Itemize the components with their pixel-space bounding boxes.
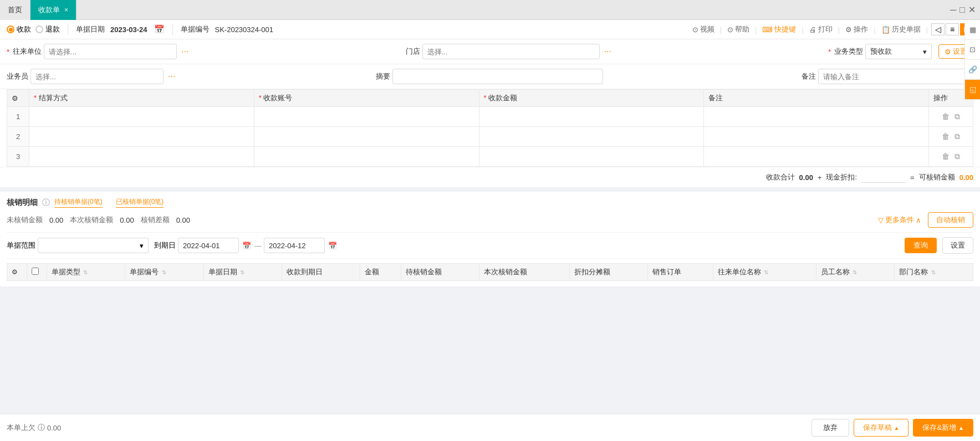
- row-1-settlement-input[interactable]: [29, 107, 254, 126]
- row-1-account-input[interactable]: [254, 107, 479, 126]
- table-gear-header[interactable]: ⚙: [7, 90, 29, 107]
- col-settlement: * 结算方式: [29, 90, 254, 107]
- radio-refund[interactable]: 退款: [35, 24, 60, 34]
- verify-tab-done[interactable]: 已核销单据(0笔): [116, 197, 164, 208]
- row-3-amount[interactable]: [479, 147, 704, 167]
- plus-symbol: +: [818, 173, 822, 182]
- sort-employee-icon[interactable]: ⇅: [853, 269, 857, 275]
- row-1-amount-input[interactable]: [479, 107, 704, 126]
- row-3-copy-icon[interactable]: ⧉: [955, 152, 960, 161]
- row-2-account-input[interactable]: [254, 127, 479, 146]
- row-2-remark[interactable]: [704, 127, 929, 147]
- row-3-account[interactable]: [254, 147, 479, 167]
- calendar-from-icon[interactable]: 📅: [242, 242, 251, 250]
- summary-input[interactable]: [392, 69, 603, 84]
- row-2-settlement-input[interactable]: [29, 127, 254, 146]
- tab-close-icon[interactable]: ×: [64, 6, 68, 14]
- right-panel-btn-4[interactable]: ◱: [965, 80, 981, 100]
- row-3-remark-input[interactable]: [704, 147, 928, 166]
- verify-settings-btn[interactable]: 设置: [942, 237, 973, 254]
- business-type-select[interactable]: 预收款 ▾: [865, 44, 932, 59]
- query-btn[interactable]: 查询: [905, 238, 937, 253]
- salesman-input[interactable]: [30, 69, 164, 84]
- tab-home[interactable]: 首页: [0, 0, 30, 20]
- equals-symbol: =: [910, 173, 915, 182]
- due-date-label: 到期日: [154, 240, 176, 250]
- salesman-more-btn[interactable]: ···: [166, 71, 177, 81]
- date-calendar-icon[interactable]: 📅: [154, 24, 165, 34]
- more-conditions-btn[interactable]: ▽ 更多条件 ∧: [878, 215, 921, 225]
- row-1-remark[interactable]: [704, 107, 929, 127]
- row-1-delete-icon[interactable]: 🗑: [942, 112, 950, 121]
- save-new-btn[interactable]: 保存&新增 ▲: [913, 419, 973, 437]
- bottom-gear-col[interactable]: ⚙: [7, 264, 27, 281]
- sort-number-icon[interactable]: ⇅: [162, 269, 166, 275]
- window-close-icon[interactable]: ✕: [968, 4, 976, 15]
- row-1-remark-input[interactable]: [704, 107, 928, 126]
- shortcut-btn[interactable]: ⌨ 快捷键: [760, 23, 798, 35]
- window-maximize-icon[interactable]: □: [959, 5, 965, 15]
- row-2-copy-icon[interactable]: ⧉: [955, 132, 960, 141]
- store-more-btn[interactable]: ···: [602, 47, 614, 57]
- due-date-to-input[interactable]: [264, 238, 325, 253]
- sort-counterpart-icon[interactable]: ⇅: [764, 269, 768, 275]
- counterpart-input[interactable]: [44, 44, 177, 59]
- row-3-amount-input[interactable]: [479, 147, 704, 166]
- right-panel-btn-3[interactable]: 🔗: [965, 60, 981, 80]
- row-3-delete-icon[interactable]: 🗑: [942, 152, 950, 161]
- row-1-copy-icon[interactable]: ⧉: [955, 112, 960, 121]
- help-btn[interactable]: ⊙ 帮助: [725, 23, 752, 35]
- remark-input[interactable]: [818, 69, 973, 84]
- tab-bar: 首页 收款单 × ─ □ ✕: [0, 0, 980, 20]
- view-list-btn[interactable]: ◁: [931, 23, 945, 35]
- sort-date-icon[interactable]: ⇅: [240, 269, 244, 275]
- tab-receipt[interactable]: 收款单 ×: [30, 0, 76, 20]
- due-date-from-input[interactable]: [178, 238, 239, 253]
- business-type-value: 预收款: [870, 47, 892, 57]
- print-btn[interactable]: 🖨 打印: [807, 23, 835, 35]
- history-btn[interactable]: 📋 历史单据: [879, 23, 923, 35]
- bottom-check-col[interactable]: [27, 264, 47, 281]
- verify-tab-pending[interactable]: 待核销单据(0笔): [54, 197, 103, 208]
- view-grid-btn[interactable]: ≡: [946, 23, 959, 35]
- row-2-remark-input[interactable]: [704, 127, 928, 146]
- footer-info-help-icon[interactable]: ⓘ: [38, 423, 45, 433]
- col-dept: 部门名称 ⇅: [895, 264, 973, 281]
- row-2-settlement[interactable]: [29, 127, 254, 147]
- abandon-btn[interactable]: 放弃: [811, 419, 849, 437]
- right-panel-btn-2[interactable]: ⊡: [965, 40, 981, 60]
- footer-bar: 本单上欠 ⓘ 0.00 放弃 保存草稿 ▲ 保存&新增 ▲: [0, 414, 980, 441]
- video-btn[interactable]: ⊙ 视频: [690, 23, 717, 35]
- row-3-settlement-input[interactable]: [29, 147, 254, 166]
- row-2-delete-icon[interactable]: 🗑: [942, 132, 950, 141]
- sort-type-icon[interactable]: ⇅: [83, 269, 88, 275]
- summary-label: 摘要: [376, 71, 390, 81]
- row-2-amount[interactable]: [479, 127, 704, 147]
- row-2-account[interactable]: [254, 127, 479, 147]
- row-3-account-input[interactable]: [254, 147, 479, 166]
- row-1-settlement[interactable]: [29, 107, 254, 127]
- store-input[interactable]: [422, 44, 600, 59]
- calendar-to-icon[interactable]: 📅: [328, 242, 337, 250]
- row-3-remark[interactable]: [704, 147, 929, 167]
- diff-label: 核销差额: [141, 215, 170, 225]
- right-panel-btn-1[interactable]: ▦: [965, 20, 981, 40]
- radio-receipt[interactable]: 收款: [7, 24, 31, 34]
- row-1-amount[interactable]: [479, 107, 704, 127]
- row-1-account[interactable]: [254, 107, 479, 127]
- counterpart-more-btn[interactable]: ···: [179, 47, 191, 57]
- discount-input[interactable]: [861, 172, 906, 183]
- select-all-checkbox[interactable]: [32, 268, 39, 275]
- tab-receipt-label: 收款单: [38, 5, 60, 15]
- save-draft-btn[interactable]: 保存草稿 ▲: [854, 419, 909, 437]
- sort-dept-icon[interactable]: ⇅: [931, 269, 936, 275]
- operation-btn[interactable]: ⚙ 操作: [843, 23, 870, 35]
- row-2-amount-input[interactable]: [479, 127, 704, 146]
- window-minimize-icon[interactable]: ─: [950, 5, 956, 15]
- verify-info-icon[interactable]: ⓘ: [42, 198, 50, 208]
- row-3-settlement[interactable]: [29, 147, 254, 167]
- toolbar-actions: ⊙ 视频 | ⊙ 帮助 | ⌨ 快捷键 | 🖨 打印 | ⚙ 操作 | 📋 历史…: [690, 23, 973, 35]
- store-label: 门店: [406, 47, 420, 57]
- auto-verify-btn[interactable]: 自动核销: [928, 212, 973, 228]
- range-select[interactable]: ▾: [38, 238, 149, 253]
